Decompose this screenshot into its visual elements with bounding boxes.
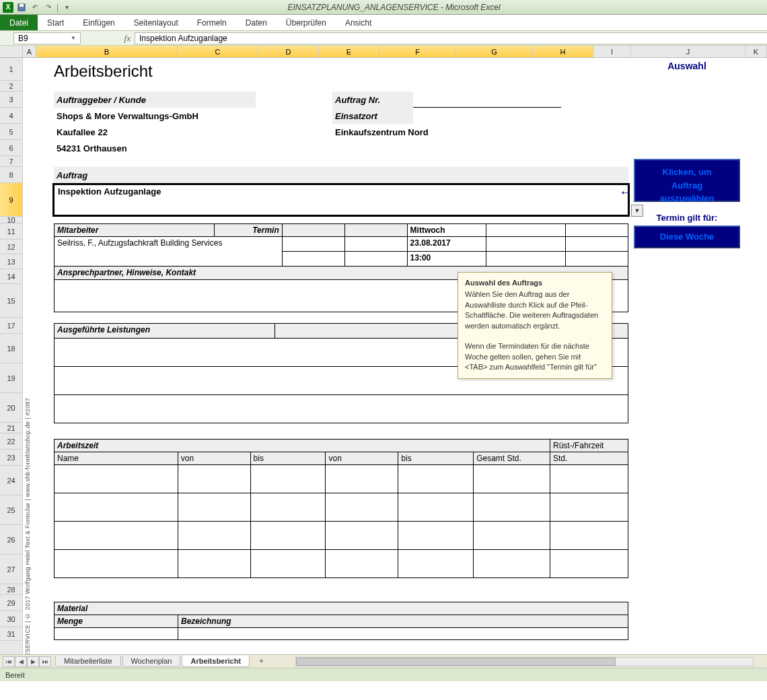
excel-icon: X: [3, 2, 13, 13]
value-einsatzort: Einkaufszentrum Nord: [332, 124, 534, 140]
sheet-tabs: ⏮ ◀ ▶ ⏭ MitarbeiterlisteWochenplanArbeit…: [0, 654, 767, 668]
row-header-18[interactable]: 18: [0, 334, 22, 363]
row-header-12[interactable]: 12: [0, 240, 22, 254]
row-header-13[interactable]: 13: [0, 254, 22, 269]
col-header-F[interactable]: F: [379, 46, 456, 57]
tab-ueberpruefen[interactable]: Überprüfen: [277, 15, 336, 30]
tab-start[interactable]: Start: [38, 15, 73, 30]
col-header-I[interactable]: I: [593, 46, 631, 57]
label-auftragnr: Auftrag Nr.: [332, 92, 413, 108]
row-header-28[interactable]: 28: [0, 584, 22, 595]
tooltip: Auswahl des Auftrags Wählen Sie den Auft…: [458, 272, 612, 379]
col-header-C[interactable]: C: [178, 46, 258, 57]
td-blank2: [566, 224, 628, 237]
td-blank1: [486, 224, 566, 237]
value-mitarbeiter: Seilriss, F., Aufzugsfachkraft Building …: [54, 237, 283, 267]
row-header-1[interactable]: 1: [0, 58, 22, 81]
row-header-9[interactable]: 9: [0, 183, 22, 217]
row-header-4[interactable]: 4: [0, 108, 22, 124]
sheet-tab-arbeitsbericht[interactable]: Arbeitsbericht: [182, 656, 250, 667]
redo-icon[interactable]: ↷: [43, 2, 54, 13]
sheet-tab-wochenplan[interactable]: Wochenplan: [122, 656, 181, 667]
tab-einfuegen[interactable]: Einfügen: [73, 15, 124, 30]
row-header-30[interactable]: 30: [0, 611, 22, 627]
formula-value: Inspektion Aufzuganlage: [139, 34, 227, 43]
tab-nav-last-icon[interactable]: ⏭: [39, 656, 51, 667]
th-arbeitszeit: Arbeitszeit: [54, 440, 550, 452]
row-header-25[interactable]: 25: [0, 495, 22, 525]
fx-icon[interactable]: fx: [124, 33, 131, 44]
row-header-8[interactable]: 8: [0, 167, 22, 183]
qat-dropdown-icon[interactable]: ▾: [61, 2, 72, 13]
col-header-G[interactable]: G: [456, 46, 533, 57]
col-header-J[interactable]: J: [631, 46, 745, 57]
row-header-3[interactable]: 3: [0, 92, 22, 108]
row-header-29[interactable]: 29: [0, 595, 22, 611]
horizontal-scrollbar[interactable]: [295, 657, 754, 666]
row-header-2[interactable]: 2: [0, 81, 22, 92]
row-header-31[interactable]: 31: [0, 627, 22, 641]
arrow-left-icon: ←: [619, 184, 632, 200]
row-header-17[interactable]: 17: [0, 318, 22, 334]
row-header-22[interactable]: 22: [0, 433, 22, 450]
col-header-K[interactable]: K: [745, 46, 767, 57]
row-header-7[interactable]: 7: [0, 156, 22, 167]
copyright-text: EBÄUDESERVICE | © 2017 Wolfgang Heinl Te…: [24, 59, 36, 678]
th-az-bis1: bis: [250, 452, 326, 465]
row-header-26[interactable]: 26: [0, 525, 22, 555]
sheet-tab-mitarbeiterliste[interactable]: Mitarbeiterliste: [55, 656, 121, 667]
add-sheet-icon[interactable]: ✦: [254, 657, 268, 666]
col-header-D[interactable]: D: [258, 46, 319, 57]
tab-formeln[interactable]: Formeln: [188, 15, 236, 30]
row-header-20[interactable]: 20: [0, 393, 22, 423]
document-title: EINSATZPLANUNG_ANLAGENSERVICE - Microsof…: [75, 3, 767, 12]
select-all-corner[interactable]: [0, 46, 23, 57]
row-header-19[interactable]: 19: [0, 363, 22, 393]
th-bezeichnung: Bezeichnung: [178, 615, 628, 628]
th-az-von2: von: [326, 452, 398, 465]
tab-nav-first-icon[interactable]: ⏮: [3, 656, 15, 667]
row-header-11[interactable]: 11: [0, 223, 22, 240]
tab-nav-prev-icon[interactable]: ◀: [15, 656, 27, 667]
field-auftragnr[interactable]: [413, 92, 561, 108]
th-menge: Menge: [54, 615, 178, 628]
formula-input[interactable]: Inspektion Aufzuganlage: [135, 32, 767, 44]
row-header-10[interactable]: 10: [0, 217, 22, 223]
button-diese-woche[interactable]: Diese Woche: [634, 225, 740, 248]
row-header-15[interactable]: 15: [0, 284, 22, 318]
th-mitarbeiter: Mitarbeiter: [54, 224, 215, 237]
formula-bar: B9 ▼ fx Inspektion Aufzuganlage: [0, 31, 767, 46]
row-header-21[interactable]: 21: [0, 423, 22, 433]
row-header-27[interactable]: 27: [0, 555, 22, 584]
row-headers: 1234567891011121314151718192021222324252…: [0, 58, 23, 681]
save-icon[interactable]: [16, 2, 27, 13]
row-header-23[interactable]: 23: [0, 450, 22, 466]
ribbon: Datei Start Einfügen Seitenlayout Formel…: [0, 15, 767, 31]
th-az-std: Std.: [550, 452, 628, 465]
row-header-6[interactable]: 6: [0, 140, 22, 156]
col-header-H[interactable]: H: [533, 46, 593, 57]
col-header-B[interactable]: B: [36, 46, 178, 57]
undo-icon[interactable]: ↶: [30, 2, 40, 13]
col-header-A[interactable]: A: [23, 46, 36, 57]
tab-daten[interactable]: Daten: [236, 15, 277, 30]
tooltip-body2: Wenn die Termindaten für die nächste Woc…: [465, 341, 605, 372]
row-header-5[interactable]: 5: [0, 124, 22, 140]
column-headers: ABCDEFGHIJK: [0, 46, 767, 58]
row-header-14[interactable]: 14: [0, 269, 22, 284]
name-box[interactable]: B9 ▼: [13, 32, 81, 44]
th-az-von1: von: [178, 452, 250, 465]
col-header-E[interactable]: E: [319, 46, 379, 57]
file-tab[interactable]: Datei: [0, 15, 38, 30]
value-termin-time: 13:00: [407, 252, 486, 267]
row-header-24[interactable]: 24: [0, 466, 22, 495]
name-box-dropdown-icon[interactable]: ▼: [71, 35, 76, 41]
tab-ansicht[interactable]: Ansicht: [336, 15, 381, 30]
tab-seitenlayout[interactable]: Seitenlayout: [124, 15, 188, 30]
qat-separator: |: [57, 3, 59, 12]
value-termin-date: 23.08.2017: [407, 237, 486, 252]
field-leistung-3[interactable]: [54, 395, 628, 423]
label-auftrag: Auftrag: [54, 167, 628, 183]
tab-nav-next-icon[interactable]: ▶: [27, 656, 39, 667]
button-select-order[interactable]: Klicken, um Auftrag auszuwählen: [634, 159, 740, 202]
